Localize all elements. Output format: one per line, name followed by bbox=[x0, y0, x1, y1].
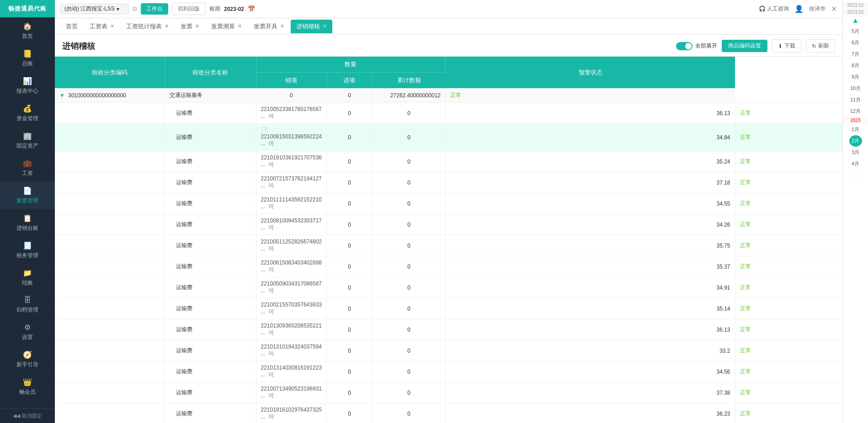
company-selector[interactable]: (勿动) 江西报宝-LSS ▾ bbox=[60, 4, 129, 14]
salary-icon: 💼 bbox=[23, 159, 32, 168]
td-status: 正常 bbox=[735, 151, 842, 172]
td-taxcode: 22100523381780176567 ... 吨 bbox=[256, 103, 326, 124]
topbar-right: 🎧 人工咨询 👤 徐泽华 ✕ bbox=[759, 5, 837, 13]
td-name: 运输费 bbox=[165, 214, 256, 235]
rp-month-11[interactable]: 11月 bbox=[843, 94, 868, 106]
td-cumulative: 36.23 bbox=[445, 403, 735, 423]
workspace-button[interactable]: 工作台 bbox=[141, 3, 168, 15]
sidebar-item-sales-ledger[interactable]: 📋 进销台账 bbox=[0, 209, 55, 237]
support-label[interactable]: 🎧 人工咨询 bbox=[759, 5, 789, 13]
td-sales: 0 bbox=[326, 124, 372, 151]
download-icon: ⬇ bbox=[778, 43, 783, 49]
td-purchase: 0 bbox=[372, 103, 445, 124]
unpin-button[interactable]: ◀◀ 取消固定 bbox=[0, 409, 55, 423]
td-sales: 0 bbox=[326, 256, 372, 277]
rp-month-9[interactable]: 9月 bbox=[843, 71, 868, 83]
close-button[interactable]: ✕ bbox=[831, 5, 837, 13]
sidebar-item-invoice[interactable]: 📄 发票管理 bbox=[0, 182, 55, 209]
sidebar-item-reports[interactable]: 📊 报表中心 bbox=[0, 72, 55, 100]
tab-close-invoice-issue[interactable]: ✕ bbox=[280, 23, 284, 29]
collapse-icon[interactable]: ▼ bbox=[59, 92, 65, 99]
td-name: 运输费 bbox=[165, 319, 256, 340]
rp-month-4[interactable]: 4月 bbox=[843, 158, 868, 169]
refresh-button[interactable]: ↻ 刷新 bbox=[806, 39, 835, 53]
tab-close-invoice-calc[interactable]: ✕ bbox=[238, 23, 242, 29]
rp-month-2-active[interactable]: 2月 bbox=[849, 135, 862, 147]
td-name: 交通运输服务 bbox=[165, 88, 256, 103]
td-empty bbox=[55, 214, 165, 235]
status-badge: 正常 bbox=[740, 410, 751, 417]
sidebar-item-ledger[interactable]: 📒 总账 bbox=[0, 45, 55, 72]
expand-toggle[interactable] bbox=[676, 42, 692, 50]
expand-toggle-container: 全部展开 bbox=[676, 42, 717, 50]
td-taxcode: 22101310194324037594 ... 吨 bbox=[256, 340, 326, 361]
tab-home[interactable]: 首页 bbox=[60, 20, 83, 33]
td-name: 运输费 bbox=[165, 256, 256, 277]
td-name: 运输费 bbox=[165, 151, 256, 172]
sidebar-item-guide[interactable]: 🧭 新手引导 bbox=[0, 346, 55, 373]
status-badge: 正常 bbox=[740, 389, 751, 396]
rp-month-10[interactable]: 10月 bbox=[843, 83, 868, 94]
td-status: 正常 bbox=[735, 193, 842, 214]
rp-month-3[interactable]: 3月 bbox=[843, 147, 868, 158]
td-name: 运输费 bbox=[165, 361, 256, 382]
status-badge: 正常 bbox=[740, 134, 751, 140]
td-name: 运输费 bbox=[165, 298, 256, 319]
tab-close-sales-reconcile[interactable]: ✕ bbox=[323, 23, 327, 29]
tab-salary-report[interactable]: 工资统计报表 ✕ bbox=[121, 20, 174, 33]
period-value: 2023-02 bbox=[224, 6, 244, 12]
tab-close-salary[interactable]: ✕ bbox=[110, 23, 114, 29]
td-purchase: 0 bbox=[372, 298, 445, 319]
rp-month-6[interactable]: 6月 bbox=[843, 37, 868, 48]
td-purchase: 0 bbox=[326, 88, 372, 103]
td-code: ▼ 3010000000000000000 bbox=[55, 88, 165, 103]
tab-invoice-calc[interactable]: 发票测算 ✕ bbox=[206, 20, 247, 33]
sidebar-item-funds[interactable]: 💰 资金管理 bbox=[0, 100, 55, 127]
tab-salary-table[interactable]: 工资表 ✕ bbox=[84, 20, 120, 33]
guide-icon: 🧭 bbox=[23, 350, 32, 359]
sidebar-item-archive[interactable]: 🗄 归档管理 bbox=[0, 291, 55, 318]
copy-icon[interactable]: ⧉ bbox=[133, 5, 137, 13]
sidebar-item-home[interactable]: 🏠 首页 bbox=[0, 17, 55, 45]
sidebar-item-assets[interactable]: 🏢 固定资产 bbox=[0, 127, 55, 154]
td-taxcode: 22100615083403402688 ... 吨 bbox=[256, 256, 326, 277]
tab-close-salary-report[interactable]: ✕ bbox=[165, 23, 169, 29]
sidebar-item-tax[interactable]: 🧾 税务管理 bbox=[0, 237, 55, 264]
headset-icon: 🎧 bbox=[759, 5, 766, 12]
td-taxcode: 22101111143592152210 ... 吨 bbox=[256, 193, 326, 214]
td-cumulative: 34.84 bbox=[445, 124, 735, 151]
td-cumulative: 34.56 bbox=[445, 361, 735, 382]
th-purchase: 进项 bbox=[326, 73, 372, 89]
td-taxcode: 22100509034317086587 ... 吨 bbox=[256, 277, 326, 298]
td-status: 正常 bbox=[735, 256, 842, 277]
rp-month-1[interactable]: 1月 bbox=[843, 124, 868, 135]
td-taxcode: 22100511252826674802 ... 吨 bbox=[256, 235, 326, 256]
td-empty bbox=[55, 277, 165, 298]
tab-invoice[interactable]: 发票 ✕ bbox=[175, 20, 205, 33]
rp-month-8[interactable]: 8月 bbox=[843, 60, 868, 71]
rp-month-5[interactable]: 5月 bbox=[843, 26, 868, 37]
tab-close-invoice[interactable]: ✕ bbox=[195, 23, 199, 29]
product-code-settings-button[interactable]: 商品编码设置 bbox=[722, 40, 767, 52]
right-panel: 2023.02 2023.02 ▲ 5月 6月 7月 8月 9月 10月 11月… bbox=[842, 0, 868, 423]
download-button[interactable]: ⬇ 下载 bbox=[772, 39, 801, 53]
tab-invoice-issue[interactable]: 发票开具 ✕ bbox=[248, 20, 290, 33]
tab-sales-reconcile[interactable]: 进销稽核 ✕ bbox=[291, 20, 332, 33]
tax-icon: 🧾 bbox=[23, 241, 32, 250]
rp-year-label-1: 2023.02 bbox=[843, 2, 868, 9]
sidebar-item-close-account[interactable]: 📁 结账 bbox=[0, 264, 55, 291]
td-cumulative: 35.37 bbox=[445, 256, 735, 277]
th-sales: 销项 bbox=[256, 73, 326, 89]
rp-scroll-up[interactable]: ▲ bbox=[851, 16, 860, 26]
td-sales: 0 bbox=[256, 88, 326, 103]
sidebar-item-settings[interactable]: ⚙ 设置 bbox=[0, 318, 55, 346]
rp-month-7[interactable]: 7月 bbox=[843, 48, 868, 60]
rp-month-12[interactable]: 12月 bbox=[843, 106, 868, 117]
td-empty bbox=[55, 235, 165, 256]
status-badge: 正常 bbox=[740, 368, 751, 375]
switch-version-button[interactable]: 切到旧版 bbox=[172, 3, 206, 15]
sidebar-item-salary[interactable]: 💼 工资 bbox=[0, 154, 55, 182]
sidebar-item-membership[interactable]: 👑 畅会员 bbox=[0, 373, 55, 401]
td-empty bbox=[55, 403, 165, 423]
calendar-icon[interactable]: 📅 bbox=[248, 5, 255, 12]
